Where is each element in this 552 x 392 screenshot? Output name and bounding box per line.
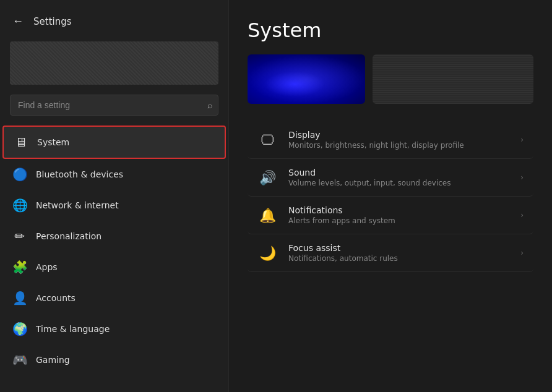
sound-icon: 🔊 [257,170,277,185]
sidebar-item-personalization[interactable]: ✏️ Personalization [2,221,226,252]
sidebar-header: ← Settings [0,0,228,36]
sidebar-item-accounts[interactable]: 👤 Accounts [2,283,226,313]
settings-item-desc-display: Monitors, brightness, night light, displ… [288,141,509,150]
chevron-focus-assist: › [520,249,524,257]
time-icon: 🌍 [12,322,27,336]
sidebar-item-bluetooth[interactable]: 🔵 Bluetooth & devices [2,159,226,190]
settings-item-name-notifications: Notifications [288,205,509,215]
settings-item-name-display: Display [288,130,509,140]
nav-list: 🖥 System 🔵 Bluetooth & devices 🌐 Network… [0,126,228,375]
sidebar-item-gaming[interactable]: 🎮 Gaming [2,344,226,375]
settings-item-name-focus-assist: Focus assist [288,243,509,253]
page-title: System [248,19,533,42]
hero-images [248,54,533,104]
sidebar-item-label-system: System [37,137,69,147]
bluetooth-icon: 🔵 [12,167,27,182]
system-icon: 🖥 [14,135,28,150]
notifications-icon: 🔔 [257,208,277,223]
gaming-icon: 🎮 [12,352,27,367]
sidebar-item-system[interactable]: 🖥 System [2,126,226,159]
network-icon: 🌐 [12,198,27,213]
personalization-icon: ✏️ [12,229,27,244]
apps-icon: 🧩 [12,260,27,275]
settings-item-notifications[interactable]: 🔔 Notifications Alerts from apps and sys… [248,197,533,234]
main-content: System 🖵 Display Monitors, brightness, n… [229,0,552,392]
sidebar-item-label-network: Network & internet [36,200,119,210]
chevron-display: › [520,135,524,144]
settings-item-text-sound: Sound Volume levels, output, input, soun… [288,168,509,187]
accounts-icon: 👤 [12,291,27,305]
hero-image-blue [248,54,365,104]
hero-image-texture [373,54,533,104]
display-icon: 🖵 [257,132,277,148]
sidebar-item-label-apps: Apps [36,262,58,272]
sidebar-item-label-accounts: Accounts [36,293,75,303]
sidebar-item-label-time: Time & language [36,324,110,334]
settings-item-focus-assist[interactable]: 🌙 Focus assist Notifications, automatic … [248,234,533,272]
user-avatar-banner [10,41,218,85]
chevron-sound: › [520,173,524,182]
sidebar-item-label-gaming: Gaming [36,355,70,365]
sidebar-item-apps[interactable]: 🧩 Apps [2,252,226,283]
sidebar-item-label-bluetooth: Bluetooth & devices [36,169,123,179]
settings-item-desc-notifications: Alerts from apps and system [288,216,509,225]
back-button[interactable]: ← [10,12,26,30]
focus-assist-icon: 🌙 [257,245,277,261]
sidebar: ← Settings ⌕ 🖥 System 🔵 Bluetooth & devi… [0,0,229,392]
settings-item-sound[interactable]: 🔊 Sound Volume levels, output, input, so… [248,159,533,197]
sidebar-item-time[interactable]: 🌍 Time & language [2,313,226,344]
chevron-notifications: › [520,211,524,219]
app-title: Settings [33,16,72,27]
sidebar-item-label-personalization: Personalization [36,231,101,241]
settings-item-text-focus-assist: Focus assist Notifications, automatic ru… [288,243,509,263]
settings-item-desc-focus-assist: Notifications, automatic rules [288,254,509,263]
settings-item-name-sound: Sound [288,168,509,177]
sidebar-item-network[interactable]: 🌐 Network & internet [2,190,226,221]
settings-item-desc-sound: Volume levels, output, input, sound devi… [288,179,509,187]
settings-item-text-display: Display Monitors, brightness, night ligh… [288,130,509,150]
search-box: ⌕ [10,95,218,116]
settings-item-text-notifications: Notifications Alerts from apps and syste… [288,205,509,225]
search-input[interactable] [10,95,218,116]
settings-list: 🖵 Display Monitors, brightness, night li… [248,121,533,272]
settings-item-display[interactable]: 🖵 Display Monitors, brightness, night li… [248,121,533,159]
